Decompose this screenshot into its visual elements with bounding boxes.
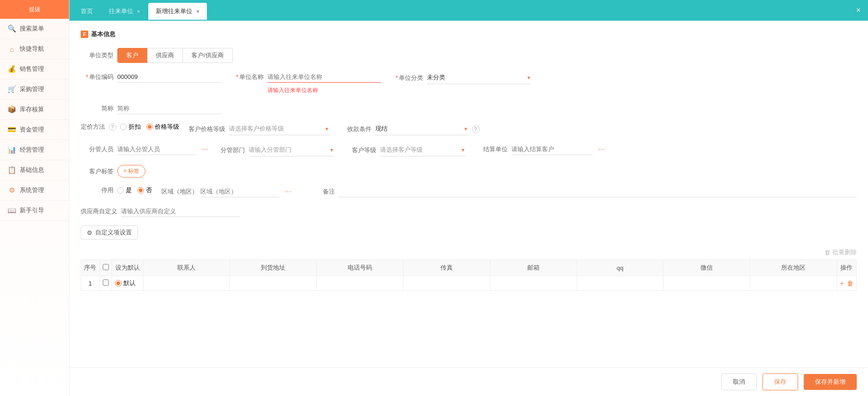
sidebar-item-search[interactable]: 🔍 搜索菜单 <box>0 19 69 39</box>
code-input[interactable] <box>117 71 221 83</box>
sidebar-item-finance[interactable]: 💳 资金管理 <box>0 120 69 140</box>
sales-icon: 💰 <box>8 65 16 73</box>
save-button[interactable]: 保存 <box>762 373 798 390</box>
row-region[interactable] <box>750 276 837 291</box>
row-wechat[interactable] <box>663 276 750 291</box>
tab-new-partner-close[interactable]: × <box>196 8 199 14</box>
manager-dots-btn[interactable]: ··· <box>200 145 210 154</box>
row-fax[interactable] <box>403 276 490 291</box>
radio-discount-circle <box>120 124 127 130</box>
unit-type-label: 单位类型 <box>81 51 114 60</box>
settlement-dots-btn[interactable]: ··· <box>596 145 606 154</box>
email-input[interactable] <box>493 280 574 287</box>
category-label: *单位分类 <box>390 74 423 82</box>
payment-help-icon[interactable]: ? <box>472 125 480 133</box>
sidebar-item-guide[interactable]: 📖 新手引导 <box>0 201 69 221</box>
radio-yes-label: 是 <box>126 186 132 194</box>
guide-icon: 📖 <box>8 206 16 215</box>
cancel-button[interactable]: 取消 <box>721 373 757 390</box>
region-dots-btn[interactable]: ··· <box>283 187 293 196</box>
short-name-input[interactable] <box>117 103 221 114</box>
tab-bar: 首页 往来单位 × 新增往来单位 × × <box>69 0 868 21</box>
customer-level-select[interactable]: 请选择客户等级 ▼ <box>380 144 465 156</box>
tab-partners-close[interactable]: × <box>137 8 140 14</box>
qq-input[interactable] <box>580 280 661 287</box>
remark-input[interactable] <box>339 186 857 197</box>
type-btn-supplier[interactable]: 供应商 <box>147 48 183 63</box>
customer-level-placeholder: 请选择客户等级 <box>380 146 459 154</box>
manager-row: 分管人员 ··· 分管部门 请输入分管部门 ▼ 客户等级 请选择客户等级 ▼ 结… <box>81 144 857 156</box>
custom-settings-button[interactable]: ⚙ 自定义项设置 <box>81 225 138 240</box>
select-all-checkbox[interactable] <box>103 264 109 270</box>
disabled-radio-group: 是 否 <box>117 186 152 194</box>
row-contact[interactable] <box>143 276 230 291</box>
contact-input[interactable] <box>146 280 227 287</box>
tab-new-partner[interactable]: 新增往来单位 × <box>148 3 206 20</box>
row-check <box>99 276 112 291</box>
section-title-text: 基本信息 <box>91 30 115 39</box>
finance-icon: 💳 <box>8 125 16 134</box>
default-radio-circle <box>115 280 122 287</box>
sidebar-item-label: 采购管理 <box>20 85 44 93</box>
sidebar-item-shortcut[interactable]: ⌂ 快捷导航 <box>0 39 69 59</box>
radio-price-level[interactable]: 价格等级 <box>146 123 179 131</box>
batch-delete-button[interactable]: 🗑 批量删除 <box>824 248 857 256</box>
category-select[interactable]: 未分类 ▼ <box>427 71 531 84</box>
sidebar-item-inventory[interactable]: 📦 库存核算 <box>0 100 69 120</box>
col-region: 所在地区 <box>750 260 837 276</box>
supplier-custom-input[interactable] <box>121 206 240 217</box>
delete-row-button[interactable]: 🗑 <box>847 280 853 287</box>
col-seq: 序号 <box>81 260 100 276</box>
type-btn-customer[interactable]: 客户 <box>117 48 147 63</box>
phone-input[interactable] <box>320 280 400 287</box>
sidebar: 提级 🔍 搜索菜单 ⌂ 快捷导航 💰 销售管理 🛒 采购管理 📦 库存核算 💳 … <box>0 0 69 396</box>
row-region-input[interactable] <box>753 280 834 287</box>
row-address[interactable] <box>230 276 317 291</box>
pricing-help-icon[interactable]: ? <box>109 123 116 131</box>
settlement-input[interactable] <box>511 144 593 155</box>
customer-level-label: 客户等级 <box>343 146 376 155</box>
save-new-button[interactable]: 保存并新增 <box>804 374 857 390</box>
sidebar-item-system[interactable]: ⚙ 系统管理 <box>0 180 69 201</box>
row-qq[interactable] <box>577 276 663 291</box>
radio-discount[interactable]: 折扣 <box>120 123 141 131</box>
row-default-radio[interactable]: 默认 <box>115 279 140 287</box>
name-input[interactable] <box>267 71 381 83</box>
tab-partners[interactable]: 往来单位 × <box>101 3 147 20</box>
row-email[interactable] <box>490 276 577 291</box>
supplier-custom-label: 供应商自定义 <box>81 207 117 216</box>
section-title: F 基本信息 <box>81 30 857 39</box>
sidebar-item-operations[interactable]: 📊 经营管理 <box>0 140 69 160</box>
unit-type-field: 单位类型 客户 供应商 客户/供应商 <box>81 48 857 63</box>
add-row-button[interactable]: + <box>840 280 844 287</box>
col-email: 邮箱 <box>490 260 577 276</box>
manager-input[interactable] <box>117 144 196 155</box>
radio-disabled-yes[interactable]: 是 <box>117 186 132 194</box>
customer-price-placeholder: 请选择客户价格等级 <box>229 124 323 133</box>
wechat-input[interactable] <box>666 280 747 287</box>
region-input[interactable] <box>200 186 279 197</box>
main-area: 首页 往来单位 × 新增往来单位 × × F 基本信息 单位类型 客户 供应商 … <box>69 0 868 396</box>
payment-terms-select[interactable]: 现结 ▼ <box>375 123 468 135</box>
sidebar-item-purchase[interactable]: 🛒 采购管理 <box>0 79 69 100</box>
code-label: *单位编码 <box>81 73 114 81</box>
dept-placeholder: 请输入分管部门 <box>249 146 327 154</box>
type-btn-both[interactable]: 客户/供应商 <box>183 48 233 63</box>
sidebar-item-sales[interactable]: 💰 销售管理 <box>0 59 69 79</box>
tag-row: 客户标签 + 标签 <box>81 165 857 178</box>
sidebar-item-basic[interactable]: 📋 基础信息 <box>0 160 69 180</box>
supplier-custom-row: 供应商自定义 <box>81 206 857 217</box>
row-phone[interactable] <box>317 276 404 291</box>
tab-home[interactable]: 首页 <box>73 3 100 20</box>
global-close-button[interactable]: × <box>853 6 864 15</box>
dept-select[interactable]: 请输入分管部门 ▼ <box>249 144 334 156</box>
add-tag-button[interactable]: + 标签 <box>117 165 145 178</box>
fax-input[interactable] <box>406 280 487 287</box>
radio-disabled-no[interactable]: 否 <box>137 186 152 194</box>
code-field: *单位编码 <box>81 71 221 83</box>
address-input[interactable] <box>233 280 313 287</box>
customer-price-label: 客户价格等级 <box>189 125 225 133</box>
customer-price-select[interactable]: 请选择客户价格等级 ▼ <box>229 123 329 135</box>
dept-label: 分管部门 <box>212 146 245 155</box>
row-checkbox[interactable] <box>103 280 109 286</box>
